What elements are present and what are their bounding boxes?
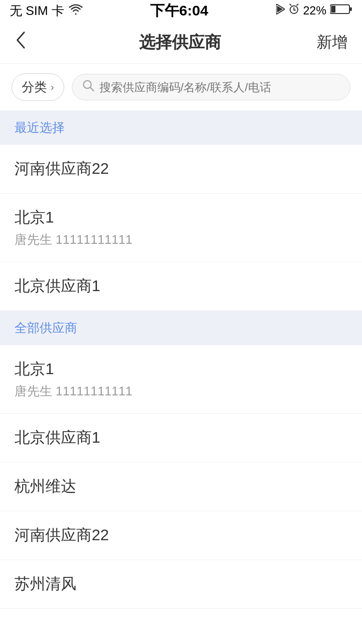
chevron-right-icon: › <box>51 82 54 93</box>
item-name: 河南供应商22 <box>14 158 348 180</box>
all-section-label: 全部供应商 <box>14 321 77 335</box>
location-icon <box>276 4 285 17</box>
item-sub: 唐先生 11111111111 <box>14 231 348 248</box>
item-name: 苏州清风 <box>14 574 348 595</box>
recent-section-label: 最近选择 <box>14 120 65 135</box>
category-button[interactable]: 分类 › <box>12 73 64 101</box>
list-item[interactable]: 北京供应商1 <box>0 414 362 462</box>
alarm-icon <box>289 4 299 17</box>
nav-bar: 选择供应商 新增 <box>0 21 362 64</box>
status-time: 下午6:04 <box>150 1 208 21</box>
svg-line-6 <box>297 4 298 5</box>
status-left: 无 SIM 卡 <box>10 2 83 19</box>
list-item[interactable]: 杭州维达 <box>0 462 362 511</box>
list-item[interactable]: 苏州清风 <box>0 560 362 609</box>
item-name: 河南供应商22 <box>14 525 348 546</box>
status-right: 22% <box>276 4 352 17</box>
list-item[interactable]: 北京1唐先生 11111111111 <box>0 194 362 262</box>
svg-marker-1 <box>277 6 283 13</box>
add-button[interactable]: 新增 <box>317 32 348 53</box>
search-box[interactable] <box>72 74 350 100</box>
back-button[interactable] <box>14 30 43 54</box>
list-item[interactable]: 河南供应商22 <box>0 511 362 560</box>
item-name: 北京供应商1 <box>14 276 348 297</box>
page-title: 选择供应商 <box>139 31 221 54</box>
search-input[interactable] <box>99 81 340 94</box>
all-section-header: 全部供应商 <box>0 311 362 345</box>
svg-line-11 <box>90 87 94 91</box>
battery-icon <box>330 4 352 17</box>
battery-percentage: 22% <box>303 4 326 17</box>
list-item[interactable]: 北京1唐先生 11111111111 <box>0 345 362 414</box>
list-item[interactable]: 河南供应商22 <box>0 145 362 194</box>
svg-line-5 <box>290 4 291 5</box>
item-name: 北京供应商1 <box>14 427 348 448</box>
all-list: 北京1唐先生 11111111111北京供应商1杭州维达河南供应商22苏州清风 <box>0 345 362 609</box>
status-bar: 无 SIM 卡 下午6:04 22 <box>0 0 362 21</box>
item-name: 北京1 <box>14 359 348 380</box>
search-icon <box>82 79 95 95</box>
item-name: 北京1 <box>14 207 348 228</box>
recent-section-header: 最近选择 <box>0 111 362 145</box>
list-item[interactable]: 北京供应商1 <box>0 262 362 311</box>
recent-list: 河南供应商22北京1唐先生 11111111111北京供应商1 <box>0 145 362 311</box>
item-name: 杭州维达 <box>14 476 348 497</box>
item-sub: 唐先生 11111111111 <box>14 383 348 400</box>
svg-rect-8 <box>331 6 335 13</box>
sim-status: 无 SIM 卡 <box>10 2 64 19</box>
filter-bar: 分类 › <box>0 64 362 111</box>
svg-rect-9 <box>350 7 352 11</box>
wifi-icon <box>69 3 83 18</box>
category-label: 分类 <box>22 79 47 96</box>
